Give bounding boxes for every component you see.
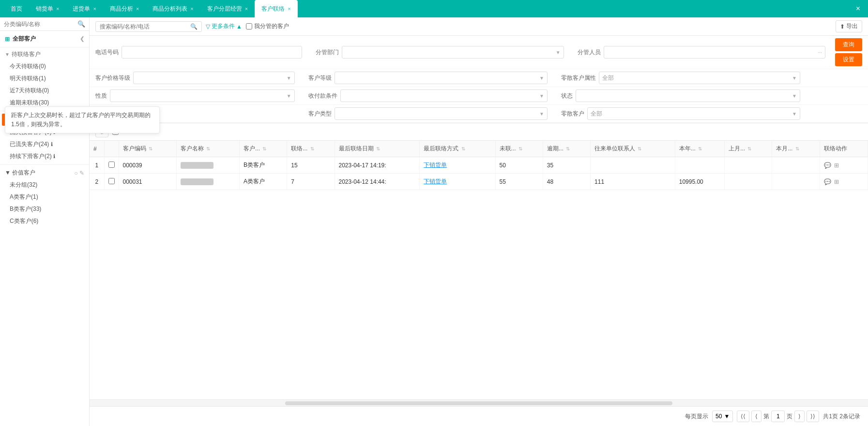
col-last-month[interactable]: 上月... ⇅ xyxy=(725,141,772,157)
sidebar-search-icon[interactable]: 🔍 xyxy=(77,20,85,28)
row-checkbox-1[interactable] xyxy=(108,162,115,168)
col-num: # xyxy=(90,141,104,157)
col-unit-contact[interactable]: 往来单位联系人 ⇅ xyxy=(591,141,675,157)
nav-sales[interactable]: 销货单 × xyxy=(29,0,66,17)
sidebar-item-ungroup[interactable]: 未分组(32) xyxy=(0,179,89,191)
page-total-label: 共1页 2条记录 xyxy=(823,412,860,421)
cell-contact-2: 7 xyxy=(287,174,335,190)
field-scatter-attr: 零散客户属性 全部 ▼ xyxy=(561,72,800,84)
col-overdue[interactable]: 逾期... ⇅ xyxy=(543,141,590,157)
sidebar-search-input[interactable] xyxy=(4,21,77,28)
sidebar-item-a-class[interactable]: A类客户(1) xyxy=(0,191,89,203)
ct-arrow-icon: ▼ xyxy=(539,111,544,117)
sidebar-item-c-class[interactable]: C类客户(6) xyxy=(0,215,89,227)
cell-last-month-2 xyxy=(725,174,772,190)
nature-select[interactable]: ▼ xyxy=(110,89,295,102)
dept-arrow-icon: ▼ xyxy=(556,50,561,55)
sidebar-item-today[interactable]: 今天待联络(0) xyxy=(0,60,89,73)
nav-analysis[interactable]: 商品分析 × xyxy=(103,0,146,17)
col-code[interactable]: 客户编码 ⇅ xyxy=(119,141,177,157)
per-page-label: 每页显示 xyxy=(685,412,708,421)
dept-select[interactable]: ▼ xyxy=(342,46,563,59)
nature-arrow-icon: ▼ xyxy=(287,93,291,99)
close-all-tabs[interactable]: × xyxy=(852,4,864,13)
cust-grade-label: 客户等级 xyxy=(308,74,332,82)
last-page-btn[interactable]: ⟩⟩ xyxy=(807,411,819,422)
my-customer-checkbox[interactable] xyxy=(246,23,252,29)
sidebar-group-pending[interactable]: ▼ 待联络客户 xyxy=(0,47,89,60)
comment-icon-1[interactable]: 💬 xyxy=(824,162,831,169)
col-last-date[interactable]: 最后联络日期 ⇅ xyxy=(335,141,420,157)
sidebar-item-b-class[interactable]: B类客户(33) xyxy=(0,203,89,215)
cell-num-2: 2 xyxy=(90,174,104,190)
person-select[interactable]: ··· xyxy=(604,46,825,59)
cust-type-select[interactable]: ▼ xyxy=(335,107,548,120)
status-select[interactable]: ▼ xyxy=(576,89,800,102)
payment-select[interactable]: ▼ xyxy=(340,89,548,102)
price-grade-select[interactable]: ▼ xyxy=(133,72,295,84)
nav-home[interactable]: 首页 xyxy=(4,0,29,17)
nav-customer-segment-close[interactable]: × xyxy=(245,6,248,12)
adv-row-3: 性质 ▼ 收付款条件 ▼ 状态 xyxy=(90,87,868,105)
cell-last-method-2[interactable]: 下销货单 xyxy=(420,174,495,190)
cell-last-method-1[interactable]: 下销货单 xyxy=(420,157,495,174)
nav-analysis-list-close[interactable]: × xyxy=(190,6,193,12)
row-checkbox-2[interactable] xyxy=(108,178,115,184)
perpage-arrow-icon: ▼ xyxy=(724,413,730,420)
setting-button[interactable]: 设置 xyxy=(835,53,862,66)
col-last-method[interactable]: 最后联络方式 ⇅ xyxy=(420,141,495,157)
next-page-btn[interactable]: ⟩ xyxy=(794,411,805,422)
table-scroll-area[interactable]: # 客户编码 ⇅ 客户名称 ⇅ 客户... ⇅ 联络... ⇅ 最后联络日期 ⇅… xyxy=(90,141,868,399)
prev-page-btn[interactable]: ⟨ xyxy=(751,411,761,422)
page-number-input[interactable] xyxy=(771,411,785,422)
nav-purchase-close[interactable]: × xyxy=(93,6,96,12)
col-name[interactable]: 客户名称 ⇅ xyxy=(177,141,240,157)
cell-this-year-2: 10995.00 xyxy=(675,174,724,190)
col-no-contact[interactable]: 未联... ⇅ xyxy=(495,141,543,157)
scrollbar-thumb[interactable] xyxy=(285,401,672,405)
cell-this-month-1 xyxy=(772,157,820,174)
cell-last-date-2: 2023-04-12 14:44: xyxy=(335,174,420,190)
grid-action-icon-1[interactable]: ⊞ xyxy=(834,162,839,169)
more-conditions-btn[interactable]: ▽ 更多条件 ▲ xyxy=(206,22,242,30)
phone-input[interactable] xyxy=(122,46,302,59)
cell-unit-contact-1 xyxy=(591,157,675,174)
payment-label: 收付款条件 xyxy=(308,92,337,100)
comment-icon-2[interactable]: 💬 xyxy=(824,178,831,185)
table-toolbar: ⚙ xyxy=(90,123,868,141)
scatter-cust-select[interactable]: 全部 ▼ xyxy=(587,107,800,120)
cell-check-2[interactable] xyxy=(104,174,119,190)
per-page-select[interactable]: 50 ▼ xyxy=(712,411,733,422)
scatter-attr-select[interactable]: 全部 ▼ xyxy=(599,72,800,84)
nav-sales-close[interactable]: × xyxy=(56,6,59,12)
horizontal-scrollbar[interactable] xyxy=(90,399,868,406)
col-this-month[interactable]: 本月... ⇅ xyxy=(772,141,820,157)
sidebar-item-tomorrow[interactable]: 明天待联络(1) xyxy=(0,73,89,85)
query-button[interactable]: 查询 xyxy=(835,38,862,51)
main-search-input[interactable] xyxy=(100,23,190,30)
search-icon[interactable]: 🔍 xyxy=(190,23,198,30)
sidebar-item-week[interactable]: 近7天待联络(0) xyxy=(0,85,89,97)
first-page-btn[interactable]: ⟨⟨ xyxy=(737,411,749,422)
export-button[interactable]: ⬆ 导出 xyxy=(836,20,862,32)
nav-purchase[interactable]: 进货单 × xyxy=(66,0,103,17)
cell-check-1[interactable] xyxy=(104,157,119,174)
grid-action-icon-2[interactable]: ⊞ xyxy=(834,178,839,185)
cust-grade-select[interactable]: ▼ xyxy=(335,72,548,84)
nav-analysis-close[interactable]: × xyxy=(136,6,139,12)
sidebar-item-lost[interactable]: 已流失客户(24) ℹ xyxy=(0,138,89,150)
col-contact[interactable]: 联络... ⇅ xyxy=(287,141,335,157)
col-check xyxy=(104,141,119,157)
cell-overdue-1: 35 xyxy=(543,157,590,174)
field-payment: 收付款条件 ▼ xyxy=(308,89,548,102)
nav-customer-contact[interactable]: 客户联络 × xyxy=(255,0,297,17)
col-type[interactable]: 客户... ⇅ xyxy=(239,141,287,157)
nature-label: 性质 xyxy=(95,92,107,100)
nav-customer-segment[interactable]: 客户分层经营 × xyxy=(200,0,255,17)
nav-analysis-list[interactable]: 商品分析列表 × xyxy=(146,0,200,17)
sidebar-collapse-btn[interactable]: ❮ xyxy=(80,36,84,42)
sidebar-item-declining[interactable]: 持续下滑客户(2) ℹ xyxy=(0,150,89,162)
nav-customer-contact-close[interactable]: × xyxy=(288,6,290,12)
cell-no-contact-1: 50 xyxy=(495,157,543,174)
col-this-year[interactable]: 本年... ⇅ xyxy=(675,141,724,157)
